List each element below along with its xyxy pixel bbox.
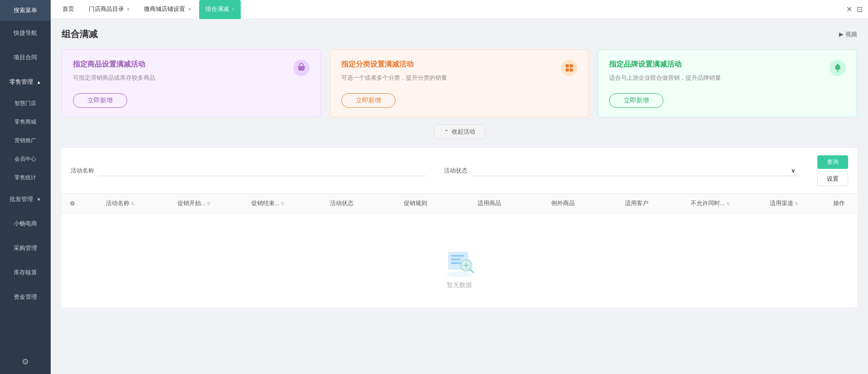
sidebar-bottom: ⚙ [0, 350, 51, 374]
sidebar-item-member-center-label: 会员中心 [14, 156, 36, 162]
svg-rect-2 [566, 64, 569, 67]
card-category: 指定分类设置满减活动 可选一个或者多个分类，提升分类的销量 立即新增 [330, 49, 589, 117]
sidebar-item-project-contract[interactable]: 项目合同 [0, 45, 51, 70]
th-op: 操作 [821, 199, 857, 207]
card-category-desc: 可选一个或者多个分类，提升分类的销量 [341, 74, 578, 82]
card-product-icon [293, 60, 310, 79]
sidebar-item-project-contract-label: 项目合同 [14, 54, 37, 61]
card-brand-icon [830, 60, 846, 79]
th-name[interactable]: 活动名称 ⇅ [83, 199, 157, 207]
collapse-bar: ⌃ 收起活动 [62, 125, 857, 139]
th-channel[interactable]: 适用渠道 ⇅ [747, 199, 821, 207]
sidebar: 搜索菜单 快捷导航 项目合同 零售管理 ▲ 智慧门店 零售商城 营销推广 会员中… [0, 0, 51, 374]
tab-store-catalog-label: 门店商品目录 [89, 5, 124, 13]
filter-name-item: 活动名称 [71, 165, 426, 176]
th-no-same-time-label: 不允许同时... [691, 199, 725, 207]
th-no-same-time[interactable]: 不允许同时... ⇅ [673, 199, 747, 207]
svg-rect-4 [566, 68, 569, 72]
svg-rect-10 [451, 255, 464, 257]
sidebar-item-member-center[interactable]: 会员中心 [0, 150, 51, 168]
chevron-up-icon: ⌃ [444, 129, 449, 135]
th-goods: 适用商品 [452, 199, 526, 207]
sort-name-icon: ⇅ [131, 201, 134, 206]
sidebar-item-retail-mall[interactable]: 零售商城 [0, 113, 51, 131]
sidebar-item-marketing[interactable]: 营销推广 [0, 131, 51, 150]
filter-table-container: 活动名称 活动状态 ∨ 查询 设置 [62, 148, 857, 307]
maximize-window-icon[interactable]: ⊡ [857, 5, 863, 14]
sidebar-item-search[interactable]: 搜索菜单 [0, 0, 51, 21]
sidebar-item-wholesale-mgmt[interactable]: 批发管理 ▼ [0, 187, 51, 211]
tab-store-catalog[interactable]: 门店商品目录 × [82, 0, 136, 19]
sidebar-item-xiaochangecom-label: 小畅电商 [14, 220, 37, 227]
sidebar-item-retail-stats[interactable]: 零售统计 [0, 168, 51, 187]
video-link[interactable]: ▶ 视频 [839, 30, 857, 38]
sort-end-icon: ⇅ [281, 201, 284, 206]
card-brand: 指定品牌设置满减活动 适合与上游企业联合做营销，提升品牌销量 立即新增 [598, 49, 857, 117]
content-area: 组合满减 ▶ 视频 指定商品设置满减活动 可指定滞销商品或库存较多商品 [51, 19, 868, 374]
sort-start-icon: ⇅ [207, 201, 210, 206]
card-product-title: 指定商品设置满减活动 [73, 60, 310, 69]
th-rule-label: 促销规则 [404, 199, 427, 207]
card-brand-desc: 适合与上游企业联合做营销，提升品牌销量 [609, 74, 846, 82]
sidebar-item-fund-mgmt[interactable]: 资金管理 [0, 285, 51, 309]
tabbar: 首页 门店商品目录 × 微商城店铺设置 × 组合满减 × ✕ ⊡ [51, 0, 868, 19]
th-end-label: 促销结束... [251, 199, 280, 207]
close-window-icon[interactable]: ✕ [846, 5, 852, 14]
play-circle-icon: ▶ [839, 31, 844, 38]
tab-wechat-settings-close[interactable]: × [188, 6, 191, 12]
filter-status-select[interactable]: ∨ [471, 165, 799, 176]
sidebar-item-purchase-mgmt[interactable]: 采购管理 [0, 236, 51, 260]
video-link-label: 视频 [845, 30, 857, 38]
card-brand-btn[interactable]: 立即新增 [609, 93, 663, 108]
empty-text: 暂无数据 [447, 281, 472, 289]
sidebar-item-fund-mgmt-label: 资金管理 [14, 293, 37, 300]
dropdown-chevron-icon: ∨ [791, 167, 796, 174]
th-start-label: 促销开始... [177, 199, 206, 207]
filter-status-item: 活动状态 ∨ [444, 165, 799, 176]
tab-home[interactable]: 首页 [56, 0, 81, 19]
th-start[interactable]: 促销开始... ⇅ [157, 199, 231, 207]
th-op-label: 操作 [833, 199, 845, 207]
tab-combo-discount-label: 组合满减 [205, 5, 229, 13]
sidebar-item-retail-mall-label: 零售商城 [14, 119, 36, 125]
tab-home-label: 首页 [62, 5, 74, 13]
collapse-btn-label: 收起活动 [452, 128, 475, 136]
th-gear[interactable]: ⚙ [62, 200, 83, 207]
sidebar-item-retail-mgmt[interactable]: 零售管理 ▲ [0, 70, 51, 94]
sidebar-item-quick-nav[interactable]: 快捷导航 [0, 21, 51, 45]
query-button[interactable]: 查询 [817, 155, 848, 169]
th-status-label: 活动状态 [330, 199, 353, 207]
sidebar-item-marketing-label: 营销推广 [14, 137, 36, 144]
collapse-activities-button[interactable]: ⌃ 收起活动 [434, 125, 485, 139]
sidebar-item-smart-store[interactable]: 智慧门店 [0, 94, 51, 113]
sidebar-item-xiaochangecom[interactable]: 小畅电商 [0, 211, 51, 236]
sidebar-item-retail-mgmt-label: 零售管理 [10, 78, 33, 85]
tab-store-catalog-close[interactable]: × [127, 6, 129, 12]
card-category-icon [561, 60, 577, 79]
card-product: 指定商品设置满减活动 可指定滞销商品或库存较多商品 立即新增 [62, 49, 321, 117]
sidebar-item-retail-stats-label: 零售统计 [14, 174, 36, 181]
window-controls: ✕ ⊡ [846, 5, 863, 14]
table-empty-state: 暂无数据 [62, 213, 857, 307]
card-category-btn[interactable]: 立即新增 [341, 93, 396, 108]
sidebar-item-wholesale-mgmt-label: 批发管理 [10, 196, 33, 202]
filter-name-input[interactable] [98, 165, 426, 176]
sidebar-item-quick-nav-label: 快捷导航 [14, 29, 37, 36]
th-rule: 促销规则 [378, 199, 452, 207]
sort-nosame-icon: ⇅ [726, 201, 730, 206]
sort-channel-icon: ⇅ [795, 201, 798, 206]
gear-icon[interactable]: ⚙ [22, 357, 29, 366]
tab-combo-discount-close[interactable]: × [232, 6, 234, 12]
tab-combo-discount[interactable]: 组合满减 × [199, 0, 241, 19]
th-end[interactable]: 促销结束... ⇅ [231, 199, 305, 207]
tab-wechat-settings[interactable]: 微商城店铺设置 × [138, 0, 197, 19]
cards-row: 指定商品设置满减活动 可指定滞销商品或库存较多商品 立即新增 指定分类设置满减活… [62, 49, 857, 117]
sidebar-item-inventory-calc[interactable]: 库存核算 [0, 260, 51, 285]
card-product-desc: 可指定滞销商品或库存较多商品 [73, 74, 310, 82]
th-customer-label: 适用客户 [625, 199, 649, 207]
setting-button[interactable]: 设置 [817, 172, 848, 186]
chevron-down-icon: ▼ [37, 197, 41, 202]
th-goods-label: 适用商品 [477, 199, 501, 207]
filter-name-label: 活动名称 [71, 167, 94, 175]
card-product-btn[interactable]: 立即新增 [73, 93, 127, 108]
